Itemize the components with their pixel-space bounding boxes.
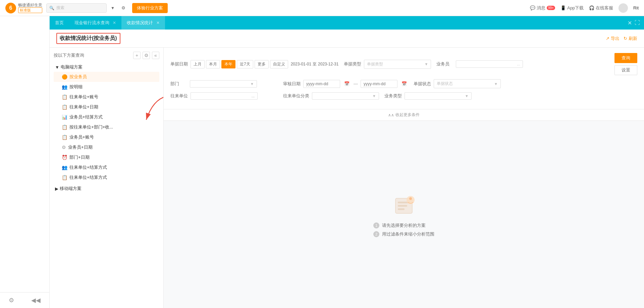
export-icon: ↗ <box>606 36 609 41</box>
tab-collection-stats[interactable]: 收款情况统计 ✕ <box>121 16 165 30</box>
online-service-button[interactable]: 🎧 在线客服 <box>589 5 613 11</box>
header-search[interactable]: 🔍 搜索 <box>46 3 107 13</box>
date-from-value: 2023-01-01 <box>291 62 311 66</box>
tab-maximize-icon[interactable]: ⛶ <box>635 20 640 26</box>
date-to-value: 2023-12-31 <box>318 62 338 66</box>
scheme-detail-icon: 👥 <box>62 84 67 90</box>
date-label: 单据日期 <box>170 61 188 67</box>
scheme-salesperson-account[interactable]: 📋 业务员+账号 <box>54 132 159 142</box>
tab-home[interactable]: 首页 <box>50 16 69 30</box>
counterpart-dots: ... <box>252 94 255 98</box>
scheme-partner-date[interactable]: 📋 往来单位+日期 <box>54 102 159 112</box>
collapse-label: 收起更多条件 <box>395 112 420 118</box>
mobile-section-title[interactable]: ▶ 移动端方案 <box>54 184 159 193</box>
scheme-icon-6: ⚙ <box>62 145 66 150</box>
tab-collection-close[interactable]: ✕ <box>156 20 160 25</box>
date-this-year[interactable]: 本年 <box>221 60 235 68</box>
collapse-panel-button[interactable]: « <box>152 52 159 59</box>
trial-button[interactable]: 体验行业方案 <box>132 3 168 13</box>
collapse-bar[interactable]: ∧∧ 收起更多条件 <box>164 109 644 121</box>
scheme-dept-date[interactable]: ⏰ 部门+日期 <box>54 152 159 162</box>
settings-icon[interactable]: ⚙ <box>119 3 128 13</box>
salesperson-field: 业务员 ... <box>436 60 523 68</box>
tip-item-2: 2 用过滤条件来缩小分析范围 <box>373 231 434 237</box>
tab-cash-flow-close[interactable]: ✕ <box>113 20 116 25</box>
date-last-7days[interactable]: 近7天 <box>237 60 253 68</box>
app-download-button[interactable]: 📱 App下载 <box>560 5 584 11</box>
tab-minimize-icon[interactable]: ✕ <box>628 20 632 26</box>
counterpart-category-select[interactable]: ▼ <box>312 92 379 100</box>
salesperson-select[interactable]: ... <box>456 60 523 68</box>
scheme-partner-settlement-1[interactable]: 👥 往来单位+结算方式 <box>54 162 159 172</box>
form-row-1: 单据日期 上月 本月 本年 近7天 更多 自定义 2023-01-01 <box>170 53 637 75</box>
biz-type-select[interactable]: ▼ <box>405 92 472 100</box>
scheme-by-detail[interactable]: 👥 按明细 <box>54 82 159 92</box>
date-custom[interactable]: 自定义 <box>270 60 288 68</box>
scheme-salesperson-settlement[interactable]: 📊 业务员+结算方式 <box>54 112 159 122</box>
mobile-section: ▶ 移动端方案 <box>54 184 159 193</box>
settings-button[interactable]: 设置 <box>614 65 637 75</box>
nav-dropdown[interactable]: ▼ <box>111 6 115 10</box>
counterpart-category-label: 往来单位分类 <box>283 93 309 99</box>
scheme-icon-5: 📋 <box>62 135 67 140</box>
add-scheme-button[interactable]: + <box>133 52 141 59</box>
tip-item-1: 1 请先选择要分析的方案 <box>373 222 434 228</box>
salesperson-label: 业务员 <box>436 61 453 67</box>
doc-type-label: 单据类型 <box>344 61 361 67</box>
biz-type-arrow: ▼ <box>465 94 469 98</box>
desktop-section-title[interactable]: ▼ 电脑端方案 <box>54 62 159 72</box>
desktop-section: ▼ 电脑端方案 🟠 按业务员 👥 按明细 📋 往来单位+账号 <box>54 62 159 183</box>
sidebar-bottom: ⚙ ◀◀ <box>0 292 49 308</box>
empty-illustration <box>390 192 417 218</box>
scheme-salesperson-date[interactable]: ⚙ 业务员+日期 <box>54 142 159 152</box>
app-logo: 6 <box>5 3 16 13</box>
panel-actions: + ⚙ « <box>133 52 159 59</box>
date-last-month[interactable]: 上月 <box>191 60 205 68</box>
header-right: 💬 消息 99+ 📱 App下载 🎧 在线客服 Rit <box>530 3 639 13</box>
user-avatar[interactable] <box>619 3 628 13</box>
sidebar: ⚙ ◀◀ <box>0 16 50 308</box>
page-title-box: 收款情况统计(按业务员) <box>56 33 120 44</box>
scheme-icon-4: 📋 <box>62 124 67 130</box>
tab-bar: 首页 现金银行流水查询 ✕ 收款情况统计 ✕ ✕ ⛶ <box>50 16 644 30</box>
app-name: 畅捷通好生意 <box>18 3 42 7</box>
export-button[interactable]: ↗ 导出 <box>606 36 620 42</box>
doc-status-label: 单据状态 <box>414 81 431 87</box>
date-input-group: 2023-01-01 至 2023-12-31 <box>291 61 339 67</box>
refresh-button[interactable]: ↻ 刷新 <box>624 36 637 42</box>
dept-select[interactable]: ▼ <box>190 80 257 88</box>
date-this-month[interactable]: 本月 <box>206 60 220 68</box>
date-range-selector: 上月 本月 本年 近7天 更多 自定义 <box>191 60 288 68</box>
sidebar-collapse-icon[interactable]: ◀◀ <box>31 297 41 304</box>
calendar-icon-from: 📅 <box>344 81 350 86</box>
doc-status-select[interactable]: 单据状态 ▼ <box>434 79 501 88</box>
scheme-icon-1: 📋 <box>62 94 67 100</box>
counterpart-field: 往来单位 ... <box>170 92 278 100</box>
doc-status-arrow: ▼ <box>494 82 498 86</box>
scheme-partner-settlement-2[interactable]: 📋 往来单位+结算方式 <box>54 172 159 183</box>
counterpart-select[interactable]: ... <box>191 92 258 100</box>
scheme-by-salesperson[interactable]: 🟠 按业务员 <box>54 72 159 82</box>
tab-bar-right: ✕ ⛶ <box>628 20 644 26</box>
query-button[interactable]: 查询 <box>614 53 637 63</box>
scheme-partner-account[interactable]: 📋 往来单位+账号 <box>54 92 159 102</box>
date-field: 单据日期 上月 本月 本年 近7天 更多 自定义 2023-01-01 <box>170 60 338 68</box>
form-row-2: 部门 ▼ 审核日期 📅 — 📅 <box>170 79 637 88</box>
panel-title: 按以下方案查询 <box>54 52 84 58</box>
message-button[interactable]: 💬 消息 99+ <box>530 5 555 11</box>
sidebar-settings-icon[interactable]: ⚙ <box>9 297 14 304</box>
version-badge: 标准版 <box>18 7 42 13</box>
empty-state: 1 请先选择要分析的方案 2 用过滤条件来缩小分析范围 <box>164 121 644 308</box>
query-form: 单据日期 上月 本月 本年 近7天 更多 自定义 2023-01-01 <box>164 48 644 109</box>
date-more[interactable]: 更多 <box>255 60 269 68</box>
form-row-3: 往来单位 ... 往来单位分类 ▼ <box>170 92 637 100</box>
review-date-to[interactable] <box>361 80 397 88</box>
review-date-field: 审核日期 📅 — 📅 <box>283 80 408 88</box>
panel-header: 按以下方案查询 + ⚙ « <box>54 52 159 59</box>
tab-cash-flow[interactable]: 现金银行流水查询 ✕ <box>69 16 121 30</box>
scheme-partner-dept[interactable]: 📋 按往来单位+部门+收... <box>54 122 159 132</box>
scheme-settings-button[interactable]: ⚙ <box>143 52 150 59</box>
review-date-from[interactable] <box>303 80 340 88</box>
doc-type-select[interactable]: 单据类型 ▼ <box>364 60 431 69</box>
scheme-icon-9: 📋 <box>62 175 67 180</box>
